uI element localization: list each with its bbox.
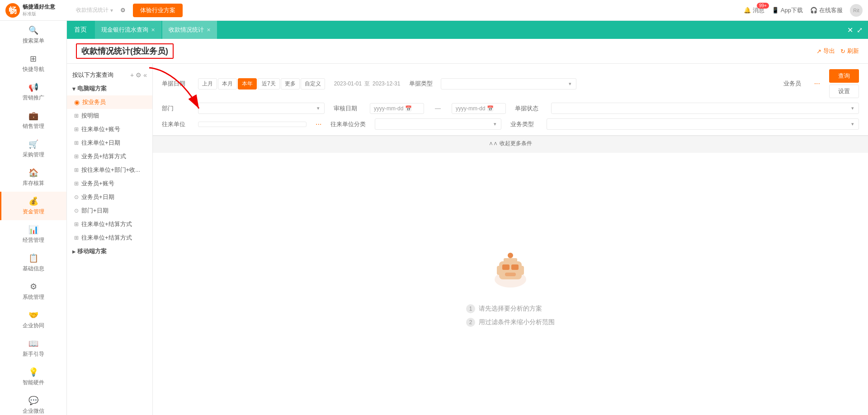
sidebar-item-collab[interactable]: 🤝 企业协同	[0, 306, 66, 334]
date-start: 2023-01-01	[334, 80, 362, 87]
sidebar-item-smart[interactable]: 💡 智能硬件	[0, 363, 66, 391]
tree-section-mobile[interactable]: ▸ 移动端方案	[67, 245, 152, 258]
sidebar-item-system[interactable]: ⚙ 系统管理	[0, 277, 66, 306]
app-download-area[interactable]: 📱 App下载	[772, 6, 803, 14]
tab-maximize-btn[interactable]: ⤢	[857, 26, 863, 34]
biz-type-select[interactable]: ▾	[547, 118, 859, 130]
empty-step-2: 2 用过滤条件来缩小分析范围	[466, 318, 555, 327]
svg-rect-6	[520, 266, 524, 275]
online-service-area[interactable]: 🎧 在线客服	[810, 6, 843, 14]
tab-collect-close[interactable]: ✕	[207, 27, 211, 33]
refresh-button[interactable]: ↻ 刷新	[840, 47, 859, 55]
sidebar-item-inventory[interactable]: 🏠 库存核算	[0, 163, 66, 192]
sidebar-item-marketing[interactable]: 📢 营销推广	[0, 78, 66, 106]
panel-add-btn[interactable]: +	[130, 71, 134, 79]
tree-item-unit-settle1[interactable]: ⊞ 往来单位+结算方式	[67, 217, 152, 231]
sidebar-item-search[interactable]: 🔍 搜索菜单	[0, 21, 66, 49]
sidebar-item-basic[interactable]: 📋 基础信息	[0, 249, 66, 277]
tree-item-by-detail[interactable]: ⊞ 按明细	[67, 109, 152, 123]
unit-select[interactable]	[198, 122, 307, 127]
tree-item-unit-date[interactable]: ⊞ 往来单位+日期	[67, 136, 152, 150]
tree-item-unit-settle2[interactable]: ⊞ 往来单位+结算方式	[67, 231, 152, 245]
tab-home[interactable]: 首页	[67, 21, 94, 39]
doc-type-select[interactable]: ▾	[441, 78, 576, 90]
header-right: 🔔 消息 99+ 📱 App下载 🎧 在线客服 Rit	[744, 4, 863, 17]
dept-select[interactable]: ▾	[198, 103, 325, 114]
step-2-label: 用过滤条件来缩小分析范围	[479, 318, 555, 326]
phone-icon: 📱	[772, 7, 779, 14]
audit-date-end-input[interactable]: yyyy-mm-dd 📅	[452, 103, 506, 114]
sidebar-item-sales[interactable]: 💼 销售管理	[0, 106, 66, 135]
sidebar-item-nav[interactable]: ⊞ 快捷导航	[0, 49, 66, 78]
step-1-label: 请先选择要分析的方案	[479, 305, 542, 313]
unit-category-select[interactable]: ▾	[375, 118, 501, 130]
empty-robot-icon	[483, 241, 538, 295]
system-icon: ⚙	[30, 282, 37, 292]
tree-item-salesman-date[interactable]: ⊙ 业务员+日期	[67, 190, 152, 204]
tree-item-label: 往来单位+账号	[81, 125, 120, 133]
salesman-area: 业务员 ···	[783, 80, 820, 88]
tree-item-label: 业务员+账号	[81, 179, 114, 188]
unit-settle2-icon: ⊞	[74, 235, 79, 241]
salesman-label: 业务员	[783, 80, 811, 88]
sales-icon: 💼	[28, 111, 38, 121]
sidebar-item-wechat[interactable]: 💬 企业微信	[0, 391, 66, 415]
tab-collect[interactable]: 收款情况统计 ✕	[162, 21, 217, 39]
query-button[interactable]: 查询	[829, 69, 859, 83]
tab-bar: 首页 现金银行流水查询 ✕ 收款情况统计 ✕ ✕ ⤢	[67, 21, 868, 39]
tree-item-salesman-settle[interactable]: ⊞ 业务员+结算方式	[67, 150, 152, 163]
tree-item-label: 往来单位+日期	[81, 139, 120, 147]
tree-item-label: 按往来单位+部门+收...	[81, 166, 140, 174]
unit-more-dots[interactable]: ···	[316, 120, 321, 128]
salesman-more-dots[interactable]: ···	[814, 80, 820, 88]
try-industry-button[interactable]: 体验行业方案	[133, 4, 183, 17]
filter-row-1: 单据日期 上月 本月 本年 近7天 更多 自定义 2023-01-01 至	[162, 69, 859, 98]
smart-icon: 💡	[28, 367, 38, 377]
step-1-num: 1	[466, 304, 475, 313]
tree-item-unit-account[interactable]: ⊞ 往来单位+账号	[67, 123, 152, 136]
date-btn-custom[interactable]: 自定义	[301, 78, 325, 90]
sidebar-item-operation[interactable]: 📊 经营管理	[0, 220, 66, 249]
panel-collapse-btn[interactable]: «	[143, 71, 147, 79]
settings-icon[interactable]: ⚙	[117, 4, 129, 17]
export-icon: ↗	[816, 48, 821, 55]
tree-item-label: 往来单位+结算方式	[81, 220, 132, 228]
doc-status-select[interactable]: ▾	[551, 103, 859, 114]
tab-bank-close[interactable]: ✕	[151, 27, 155, 33]
panel-header-label: 按以下方案查询	[72, 71, 113, 79]
tree-expand-icon: ▾	[72, 85, 75, 92]
date-range-buttons: 上月 本月 本年 近7天 更多 自定义	[198, 78, 325, 90]
salesman-account-icon: ⊞	[74, 180, 79, 187]
audit-date-start-input[interactable]: yyyy-mm-dd 📅	[370, 103, 424, 114]
sidebar-item-purchase[interactable]: 🛒 采购管理	[0, 135, 66, 163]
message-area[interactable]: 🔔 消息 99+	[744, 6, 764, 14]
sidebar-item-label: 企业协同	[23, 322, 44, 330]
date-btn-this-year[interactable]: 本年	[238, 78, 257, 90]
unit-label: 往来单位	[162, 120, 189, 128]
panel-settings-btn[interactable]: ⚙	[136, 71, 142, 79]
tree-item-label: 业务员+结算方式	[81, 152, 126, 160]
date-btn-7days[interactable]: 近7天	[258, 78, 280, 90]
collapse-bar[interactable]: ∧∧ 收起更多条件	[153, 136, 868, 151]
date-btn-this-month[interactable]: 本月	[218, 78, 237, 90]
user-avatar-area[interactable]: Rit	[850, 4, 863, 17]
sidebar-item-label: 智能硬件	[23, 379, 44, 387]
tab-close-all-btn[interactable]: ✕	[847, 26, 853, 34]
tree-item-label: 按业务员	[82, 98, 106, 106]
tree-item-unit-dept-collect[interactable]: ⊞ 按往来单位+部门+收...	[67, 163, 152, 177]
sidebar-item-finance[interactable]: 💰 资金管理	[0, 192, 66, 220]
unit-date-icon: ⊞	[74, 140, 79, 146]
tree-section-label-mobile: 移动端方案	[77, 247, 107, 255]
tab-bank[interactable]: 现金银行流水查询 ✕	[95, 21, 161, 39]
sidebar-item-guide[interactable]: 📖 新手引导	[0, 334, 66, 363]
filter-settings-button[interactable]: 设置	[829, 85, 859, 98]
date-btn-more[interactable]: 更多	[281, 78, 300, 90]
date-btn-last-month[interactable]: 上月	[198, 78, 217, 90]
export-button[interactable]: ↗ 导出	[816, 47, 835, 55]
tree-item-salesman-account[interactable]: ⊞ 业务员+账号	[67, 177, 152, 190]
tree-item-by-salesman[interactable]: ◉ 按业务员	[67, 95, 152, 109]
marketing-icon: 📢	[28, 82, 38, 92]
tree-section-desktop[interactable]: ▾ 电脑端方案	[67, 82, 152, 95]
filter-row-3: 往来单位 ··· 往来单位分类 ▾ 业务类型 ▾	[162, 118, 859, 130]
tree-item-dept-date[interactable]: ⊙ 部门+日期	[67, 204, 152, 217]
